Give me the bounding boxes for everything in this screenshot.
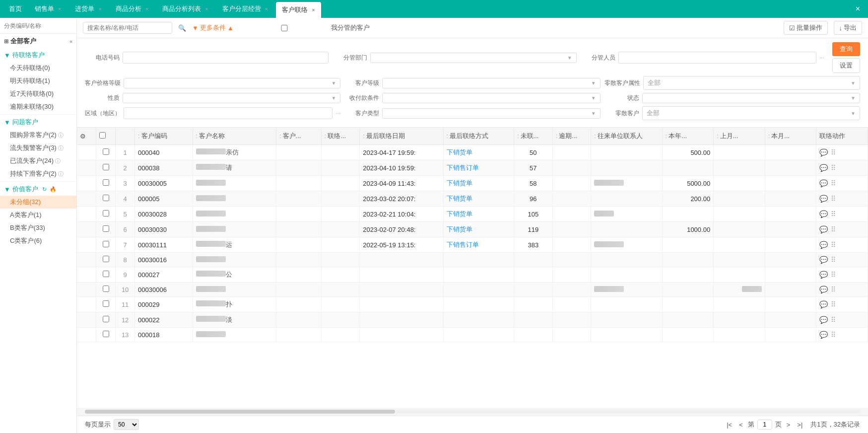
person-input[interactable]	[618, 52, 816, 64]
sidebar-item-hoarding[interactable]: 囤购异常客户(2) ⓘ	[0, 129, 76, 142]
more-action-icon[interactable]: ⠿	[831, 179, 836, 187]
sidebar-search-input[interactable]	[4, 22, 77, 29]
no-contact-col-header[interactable]: :未联...	[514, 128, 552, 145]
message-action-icon[interactable]: 💬	[819, 271, 828, 279]
last-month-col-header[interactable]: :上月...	[714, 128, 765, 145]
company-contact-col-header[interactable]: :往来单位联系人	[591, 128, 662, 145]
customer-type-select[interactable]: ▼	[382, 108, 600, 119]
message-action-icon[interactable]: 💬	[819, 241, 828, 249]
contact-col-header[interactable]: :联络...	[321, 128, 360, 145]
message-action-icon[interactable]: 💬	[819, 331, 828, 339]
gear-col-header[interactable]: ⚙	[77, 128, 96, 145]
sales-close-icon[interactable]: ×	[58, 6, 61, 12]
row-checkbox[interactable]	[103, 179, 109, 186]
row-checkbox[interactable]	[103, 300, 109, 307]
reset-button[interactable]: 设置	[832, 58, 860, 73]
region-dots-icon[interactable]: ···	[335, 110, 340, 117]
sidebar-item-class-b[interactable]: B类客户(33)	[0, 221, 76, 234]
row-checkbox[interactable]	[103, 286, 109, 292]
payment-select[interactable]: ▼	[382, 93, 600, 103]
purchase-close-icon[interactable]: ×	[98, 6, 101, 12]
nav-analysis-list[interactable]: 商品分析列表 ×	[156, 0, 214, 18]
contact-method-link[interactable]: 下销货单	[447, 148, 472, 156]
app-close-button[interactable]: ×	[852, 4, 864, 13]
sidebar-item-churn-warn[interactable]: 流失预警客户(3) ⓘ	[0, 142, 76, 154]
this-year-col-header[interactable]: :本年...	[662, 128, 714, 145]
contact-method-link[interactable]: 下销货单	[447, 210, 472, 217]
status-select[interactable]: ▼	[642, 93, 860, 103]
phone-input[interactable]	[123, 52, 329, 64]
nav-customer-contact[interactable]: 客户联络 ×	[276, 2, 321, 18]
message-action-icon[interactable]: 💬	[819, 195, 828, 203]
nav-home[interactable]: 首页	[4, 0, 27, 18]
search-input[interactable]	[83, 22, 172, 34]
contact-method-link[interactable]: 下销货单	[447, 179, 472, 187]
all-customers-header[interactable]: ⊞ 全部客户 «	[0, 34, 76, 49]
message-action-icon[interactable]: 💬	[819, 164, 828, 172]
more-conditions-button[interactable]: ▼ 更多条件 ▲	[192, 23, 234, 32]
nature-select[interactable]: ▼	[123, 93, 340, 103]
contact-method-link[interactable]: 下销货单	[447, 195, 472, 202]
row-checkbox[interactable]	[103, 241, 109, 247]
sidebar-item-7days[interactable]: 近7天待联络(0)	[0, 87, 76, 100]
sidebar-item-churned[interactable]: 已流失客户(24) ⓘ	[0, 154, 76, 167]
export-button[interactable]: ↓ 导出	[834, 21, 863, 35]
scrollbar-thumb[interactable]	[85, 410, 395, 414]
more-action-icon[interactable]: ⠿	[831, 271, 836, 279]
batch-ops-button[interactable]: ☑ 批量操作	[784, 21, 828, 35]
query-button[interactable]: 查询	[832, 42, 860, 56]
code-col-header[interactable]: :客户编码	[135, 128, 193, 145]
sidebar-item-tomorrow[interactable]: 明天待联络(1)	[0, 74, 76, 87]
table-gear-icon[interactable]: ⚙	[80, 133, 86, 140]
prev-page-button[interactable]: <	[737, 420, 745, 430]
horizontal-scrollbar[interactable]	[85, 410, 860, 414]
more-action-icon[interactable]: ⠿	[831, 210, 836, 218]
sidebar-item-declining[interactable]: 持续下滑客户(2) ⓘ	[0, 167, 76, 180]
sidebar-item-ungrouped[interactable]: 未分组(32)	[0, 196, 76, 209]
current-page-input[interactable]	[757, 420, 772, 430]
message-action-icon[interactable]: 💬	[819, 316, 828, 324]
sidebar-collapse-button[interactable]: «	[69, 38, 72, 44]
more-action-icon[interactable]: ⠿	[831, 331, 836, 339]
nav-purchase[interactable]: 进货单 ×	[69, 0, 107, 18]
row-checkbox[interactable]	[103, 164, 109, 170]
region-input[interactable]	[124, 107, 333, 119]
message-action-icon[interactable]: 💬	[819, 256, 828, 264]
name-col-header[interactable]: :客户名称	[193, 128, 276, 145]
search-icon[interactable]: 🔍	[178, 24, 186, 32]
overdue-col-header[interactable]: :逾期...	[552, 128, 591, 145]
person-dots-icon[interactable]: ···	[819, 54, 824, 61]
last-page-button[interactable]: >|	[795, 420, 804, 430]
more-action-icon[interactable]: ⠿	[831, 225, 836, 233]
row-checkbox[interactable]	[103, 225, 109, 232]
type-col-header[interactable]: :客户...	[276, 128, 321, 145]
customer-contact-close-icon[interactable]: ×	[312, 7, 315, 13]
row-checkbox[interactable]	[103, 195, 109, 201]
row-checkbox[interactable]	[103, 316, 109, 322]
row-checkbox[interactable]	[103, 148, 109, 155]
price-level-select[interactable]: ▼	[124, 78, 340, 88]
message-action-icon[interactable]: 💬	[819, 300, 828, 308]
sidebar-group-problem[interactable]: ▼ 问题客户	[0, 116, 76, 129]
more-action-icon[interactable]: ⠿	[831, 316, 836, 324]
last-method-col-header[interactable]: :最后联络方式	[443, 128, 514, 145]
more-action-icon[interactable]: ⠿	[831, 164, 836, 172]
analysis-close-icon[interactable]: ×	[145, 6, 148, 12]
more-action-icon[interactable]: ⠿	[831, 286, 836, 293]
this-month-col-header[interactable]: :本月...	[765, 128, 816, 145]
sidebar-item-class-c[interactable]: C类客户(6)	[0, 234, 76, 247]
message-action-icon[interactable]: 💬	[819, 179, 828, 187]
contact-method-link[interactable]: 下销售订单	[447, 241, 479, 248]
nav-customer-mgr[interactable]: 客户分层经营 ×	[216, 0, 274, 18]
dept-select[interactable]: ▼	[370, 53, 576, 63]
message-action-icon[interactable]: 💬	[819, 210, 828, 218]
row-checkbox[interactable]	[103, 331, 109, 337]
per-page-select[interactable]: 50 20 100	[114, 419, 139, 430]
sidebar-item-class-a[interactable]: A类客户(1)	[0, 209, 76, 221]
message-action-icon[interactable]: 💬	[819, 225, 828, 233]
customer-mgr-close-icon[interactable]: ×	[265, 6, 268, 12]
nav-analysis[interactable]: 商品分析 ×	[110, 0, 154, 18]
refresh-icon[interactable]: ↻	[42, 186, 47, 193]
scatter-customer-select[interactable]: 全部 ▼	[642, 106, 860, 120]
first-page-button[interactable]: |<	[725, 420, 734, 430]
